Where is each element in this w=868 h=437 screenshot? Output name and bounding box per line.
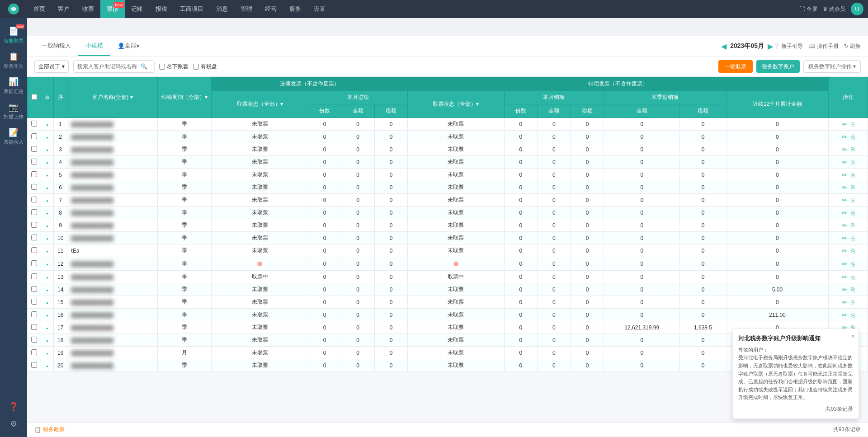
- edit-action-btn[interactable]: ✏: [842, 159, 847, 166]
- next-period-button[interactable]: ▶: [768, 42, 773, 51]
- cell-checkbox[interactable]: [28, 271, 41, 283]
- copy-action-btn[interactable]: ⎘: [851, 222, 854, 229]
- cell-checkbox[interactable]: [28, 181, 41, 194]
- policy-label[interactable]: 税务政策: [43, 426, 65, 433]
- edit-action-btn[interactable]: ✏: [842, 235, 847, 242]
- copy-action-btn[interactable]: ⎘: [851, 171, 854, 179]
- row-checkbox[interactable]: [31, 159, 37, 164]
- nav-item-settings[interactable]: 设置: [307, 0, 332, 18]
- copy-action-btn[interactable]: ⎘: [851, 121, 854, 128]
- cell-checkbox[interactable]: [28, 232, 41, 244]
- nav-item-client[interactable]: 客户: [52, 0, 76, 18]
- sub-ledger-checkbox[interactable]: [159, 64, 165, 70]
- edit-action-btn[interactable]: ✏: [842, 133, 847, 141]
- refresh-btn[interactable]: ↻ 刷新: [844, 42, 861, 50]
- copy-action-btn[interactable]: ⎘: [851, 133, 854, 141]
- row-checkbox[interactable]: [31, 260, 37, 266]
- tax-plate-checkbox[interactable]: [193, 64, 199, 70]
- employee-select[interactable]: 全部员工 ▾: [34, 60, 69, 73]
- nav-item-home[interactable]: 首页: [27, 0, 52, 18]
- edit-action-btn[interactable]: ✏: [842, 209, 847, 216]
- cell-checkbox[interactable]: [28, 334, 41, 347]
- copy-action-btn[interactable]: ⎘: [851, 209, 854, 216]
- cell-checkbox[interactable]: [28, 169, 41, 181]
- one-click-fetch-button[interactable]: 一键取票: [718, 60, 753, 73]
- cell-checkbox[interactable]: [28, 244, 41, 257]
- copy-action-btn[interactable]: ⎘: [851, 273, 854, 281]
- row-checkbox[interactable]: [31, 247, 37, 253]
- row-checkbox[interactable]: [31, 235, 37, 240]
- edit-action-btn[interactable]: ✏: [842, 197, 847, 204]
- cell-checkbox[interactable]: [28, 131, 41, 143]
- nav-item-service[interactable]: 服务: [283, 0, 307, 18]
- sub-ledger-checkbox-label[interactable]: 名下账套: [159, 63, 189, 70]
- new-guide-btn[interactable]: ❔ 新手引导: [773, 42, 803, 50]
- copy-action-btn[interactable]: ⎘: [851, 146, 854, 153]
- row-checkbox[interactable]: [31, 146, 37, 152]
- row-checkbox[interactable]: [31, 324, 37, 330]
- sidebar-item-invoice-entry[interactable]: 📝 票据录入: [0, 124, 27, 149]
- edit-action-btn[interactable]: ✏: [842, 247, 847, 254]
- edit-action-btn[interactable]: ✏: [842, 171, 847, 179]
- manual-btn[interactable]: 📖 操作手册: [808, 42, 838, 50]
- nav-item-receive[interactable]: 收票: [76, 0, 100, 18]
- row-checkbox[interactable]: [31, 133, 37, 139]
- cell-checkbox[interactable]: [28, 143, 41, 156]
- sidebar-item-settings[interactable]: ⚙: [0, 415, 27, 432]
- copy-action-btn[interactable]: ⎘: [851, 299, 854, 306]
- nav-item-operation[interactable]: 经营: [259, 0, 283, 18]
- cell-checkbox[interactable]: [28, 257, 41, 271]
- tab-general-taxpayer[interactable]: 一般纳税人: [34, 36, 78, 56]
- row-checkbox[interactable]: [31, 222, 37, 228]
- copy-action-btn[interactable]: ⎘: [851, 184, 854, 191]
- cell-checkbox[interactable]: [28, 219, 41, 232]
- nav-item-tax[interactable]: 报税: [149, 0, 174, 18]
- tax-digital-account-button[interactable]: 税务数字账户: [756, 60, 800, 73]
- edit-action-btn[interactable]: ✏: [842, 260, 847, 268]
- row-checkbox[interactable]: [31, 337, 37, 343]
- tab-small-scale[interactable]: 小规模: [78, 36, 110, 56]
- row-checkbox[interactable]: [31, 171, 37, 177]
- edit-action-btn[interactable]: ✏: [842, 273, 847, 281]
- copy-action-btn[interactable]: ⎘: [851, 159, 854, 166]
- cell-checkbox[interactable]: [28, 156, 41, 169]
- sidebar-item-help[interactable]: ❓: [0, 398, 27, 415]
- copy-action-btn[interactable]: ⎘: [851, 286, 854, 293]
- edit-action-btn[interactable]: ✏: [842, 184, 847, 191]
- copy-action-btn[interactable]: ⎘: [851, 235, 854, 242]
- notification-close-button[interactable]: ×: [851, 333, 855, 340]
- fullscreen-btn[interactable]: ⛶ 全屏: [799, 5, 817, 13]
- cell-checkbox[interactable]: [28, 359, 41, 372]
- sidebar-item-invoice-open[interactable]: 📋 发票开具: [0, 48, 27, 73]
- nav-item-business[interactable]: 工商项目: [174, 0, 210, 18]
- cell-checkbox[interactable]: [28, 347, 41, 359]
- cell-checkbox[interactable]: [28, 194, 41, 207]
- table-settings-icon[interactable]: ⚙: [45, 94, 50, 101]
- edit-action-btn[interactable]: ✏: [842, 311, 847, 319]
- nav-item-invoice[interactable]: 票据 new: [100, 0, 125, 18]
- member-btn[interactable]: ♛ 购会员: [823, 5, 845, 13]
- row-checkbox[interactable]: [31, 299, 37, 305]
- cell-checkbox[interactable]: [28, 296, 41, 309]
- row-checkbox[interactable]: [31, 362, 37, 368]
- cell-checkbox[interactable]: [28, 321, 41, 334]
- sidebar-item-scan-upload[interactable]: 📷 扫描上传: [0, 99, 27, 124]
- cell-checkbox[interactable]: [28, 309, 41, 321]
- sidebar-item-invoice-summary[interactable]: 📊 票据汇总: [0, 73, 27, 99]
- edit-action-btn[interactable]: ✏: [842, 222, 847, 229]
- edit-action-btn[interactable]: ✏: [842, 121, 847, 128]
- edit-action-btn[interactable]: ✏: [842, 146, 847, 153]
- row-checkbox[interactable]: [31, 209, 37, 215]
- nav-item-message[interactable]: 消息: [210, 0, 234, 18]
- copy-action-btn[interactable]: ⎘: [851, 260, 854, 268]
- row-checkbox[interactable]: [31, 273, 37, 279]
- select-all-checkbox[interactable]: [31, 94, 37, 100]
- copy-action-btn[interactable]: ⎘: [851, 197, 854, 204]
- row-checkbox[interactable]: [31, 311, 37, 317]
- copy-action-btn[interactable]: ⎘: [851, 247, 854, 254]
- row-checkbox[interactable]: [31, 184, 37, 190]
- prev-period-button[interactable]: ◀: [721, 42, 726, 51]
- nav-item-manage[interactable]: 管理: [234, 0, 259, 18]
- row-checkbox[interactable]: [31, 286, 37, 292]
- row-checkbox[interactable]: [31, 197, 37, 202]
